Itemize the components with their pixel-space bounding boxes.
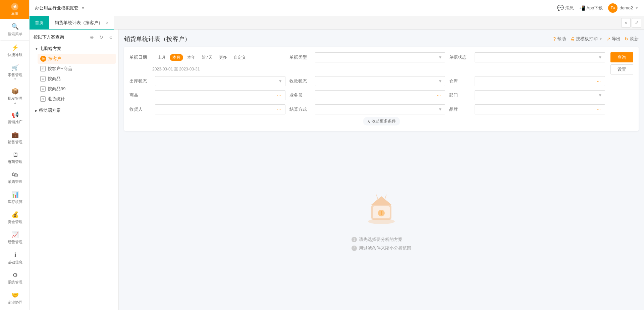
warehouse-dots-btn[interactable]: ··· bbox=[595, 79, 602, 84]
query-btn[interactable]: 查询 bbox=[610, 52, 633, 62]
tab-sales-stats-label: 销货单统计表（按客户） bbox=[55, 20, 103, 26]
tree-item-by-product[interactable]: 表 按商品 bbox=[38, 74, 116, 84]
refresh-scheme-btn[interactable]: ↻ bbox=[98, 34, 105, 41]
department-field: 部门 ▼ bbox=[449, 90, 605, 100]
sidebar-item-system[interactable]: ⚙ 系统管理 bbox=[0, 268, 29, 288]
warehouse-control[interactable]: ··· bbox=[475, 76, 605, 86]
close-all-icon: × bbox=[625, 20, 627, 25]
svg-text:!: ! bbox=[381, 210, 382, 216]
form-row-1: 单据日期 上月 本月 本年 近7天 更多 自定义 bbox=[129, 52, 605, 62]
tree-group-mobile-header[interactable]: ▶ 移动端方案 bbox=[32, 105, 116, 115]
collapse-up-icon: ∧ bbox=[367, 119, 370, 124]
sidebar-item-enterprise[interactable]: 🤝 企业协同 bbox=[0, 288, 29, 308]
consignee-control[interactable]: ··· bbox=[155, 104, 285, 114]
refresh-action[interactable]: ↻ 刷新 bbox=[625, 36, 639, 42]
by-product99-label: 按商品99 bbox=[48, 86, 65, 92]
tab-sales-stats[interactable]: 销货单统计表（按客户） × bbox=[49, 16, 114, 30]
sidebar-quicknav-label: 快捷导航 bbox=[8, 52, 22, 57]
salesperson-label: 业务员 bbox=[289, 92, 310, 98]
doc-type-control[interactable]: ▼ bbox=[315, 52, 445, 62]
sidebar-item-search[interactable]: 🔍 搜索菜单 bbox=[0, 19, 29, 41]
query-form: 单据日期 上月 本月 本年 近7天 更多 自定义 bbox=[124, 47, 639, 131]
by-product99-icon: 表 bbox=[40, 86, 46, 92]
dropdown-arrow[interactable]: ▼ bbox=[81, 6, 85, 10]
brand-dots-btn[interactable]: ··· bbox=[595, 107, 602, 112]
sidebar-item-inventory[interactable]: 📊 库存核算 bbox=[0, 188, 29, 208]
tab-home[interactable]: 首页 bbox=[30, 16, 49, 30]
tree-group-desktop-header[interactable]: ▼ 电脑端方案 bbox=[32, 44, 116, 54]
print-label: 按模板打印 bbox=[576, 36, 598, 42]
tab-close-all-btn[interactable]: × bbox=[621, 18, 631, 28]
collapse-row: ∧ 收起更多条件 bbox=[129, 117, 633, 125]
tree-item-customer-product[interactable]: 图 按客户+商品 bbox=[38, 64, 116, 74]
print-action[interactable]: 🖨 按模板打印 ▼ bbox=[570, 36, 602, 42]
refresh-icon: ↻ bbox=[99, 35, 103, 40]
consignee-dots-btn[interactable]: ··· bbox=[276, 107, 282, 112]
add-scheme-btn[interactable]: ⊕ bbox=[88, 34, 96, 41]
doc-status-dropdown-icon: ▼ bbox=[598, 55, 602, 60]
date-tab-last-month[interactable]: 上月 bbox=[155, 54, 168, 61]
sidebar-item-retail[interactable]: 🛒 零售管理 ▼ bbox=[0, 61, 29, 84]
basic-icon: ℹ bbox=[14, 251, 16, 259]
tree-item-by-product99[interactable]: 表 按商品99 bbox=[38, 84, 116, 94]
tab-expand-btn[interactable]: ⤢ bbox=[632, 18, 641, 28]
empty-illustration: ! bbox=[361, 190, 401, 230]
product-control[interactable]: ··· bbox=[155, 90, 285, 100]
product-dots-btn[interactable]: ··· bbox=[276, 93, 282, 98]
department-control[interactable]: ▼ bbox=[475, 90, 605, 100]
sidebar-item-finance[interactable]: 💰 资金管理 bbox=[0, 208, 29, 228]
form-row-2: 出库状态 ▼ 收款状态 ▼ bbox=[129, 76, 605, 86]
sidebar-ecommerce-label: 电商管理 bbox=[8, 159, 22, 164]
settlement-dropdown-icon: ▼ bbox=[438, 107, 442, 112]
payment-status-control[interactable]: ▼ bbox=[315, 76, 445, 86]
expand-icon: ⤢ bbox=[635, 20, 639, 25]
doc-status-control[interactable]: ▼ bbox=[475, 52, 605, 62]
salesperson-dots-btn[interactable]: ··· bbox=[436, 93, 442, 98]
panel-title: 按以下方案查询 bbox=[34, 34, 64, 40]
user-profile[interactable]: Ea demo2 ▼ bbox=[608, 3, 639, 13]
tree-children-desktop: 按 按客户 图 按客户+商品 表 按商品 表 按 bbox=[32, 54, 116, 104]
sidebar-retail-label: 零售管理 bbox=[8, 72, 22, 78]
sidebar-item-quicknav[interactable]: ⚡ 快捷导航 bbox=[0, 41, 29, 61]
date-tab-this-month[interactable]: 本月 bbox=[170, 54, 183, 61]
delivery-status-control[interactable]: ▼ bbox=[155, 76, 285, 86]
export-action[interactable]: ↗ 导出 bbox=[606, 36, 621, 42]
tree-item-return-stats[interactable]: 柱 退货统计 bbox=[38, 94, 116, 104]
app-title: 办公用品行业模拟账套 bbox=[35, 5, 78, 11]
refresh-label: 刷新 bbox=[630, 36, 639, 42]
sidebar-wholesale-label: 批发管理 bbox=[8, 96, 22, 101]
salesperson-control[interactable]: ··· bbox=[315, 90, 445, 100]
settlement-control[interactable]: ▼ bbox=[315, 104, 445, 114]
collapse-icon: « bbox=[109, 35, 112, 40]
settings-btn[interactable]: 设置 bbox=[610, 64, 633, 74]
sidebar-item-ecommerce[interactable]: 🖥 电商管理 bbox=[0, 148, 29, 168]
help-action[interactable]: ? 帮助 bbox=[553, 36, 566, 42]
sidebar-item-newbie[interactable]: 🎯 新手引导 bbox=[0, 308, 29, 310]
sidebar-item-sales[interactable]: 💼 销售管理 bbox=[0, 128, 29, 148]
date-tab-7days[interactable]: 近7天 bbox=[199, 54, 215, 61]
enterprise-icon: 🤝 bbox=[11, 292, 19, 299]
collapse-panel-btn[interactable]: « bbox=[107, 34, 114, 41]
sidebar-item-basic[interactable]: ℹ 基础信息 bbox=[0, 248, 29, 268]
brand-control[interactable]: ··· bbox=[475, 104, 605, 114]
date-tab-custom[interactable]: 自定义 bbox=[231, 54, 249, 61]
collapse-conditions-btn[interactable]: ∧ 收起更多条件 bbox=[363, 117, 400, 125]
sidebar-item-wholesale[interactable]: 📦 批发管理 ▲ bbox=[0, 84, 29, 108]
sidebar-item-purchase[interactable]: 🛍 采购管理 bbox=[0, 168, 29, 188]
sidebar-sales-label: 销售管理 bbox=[8, 140, 22, 145]
consignee-field: 收货人 ··· bbox=[129, 104, 285, 114]
date-tab-more[interactable]: 更多 bbox=[216, 54, 230, 61]
sidebar-item-operations[interactable]: 📈 经营管理 bbox=[0, 228, 29, 248]
doc-type-dropdown-icon: ▼ bbox=[438, 55, 442, 60]
operations-icon: 📈 bbox=[11, 231, 19, 239]
date-range-text: 2023-03-01 至 2023-03-31 bbox=[152, 67, 200, 71]
tab-close-btn[interactable]: × bbox=[106, 20, 108, 25]
app-download-action[interactable]: 📲 App下载 bbox=[579, 5, 603, 11]
date-tab-this-year[interactable]: 本年 bbox=[184, 54, 198, 61]
logo[interactable]: 畅 标服 bbox=[0, 0, 29, 19]
customer-product-icon: 图 bbox=[40, 66, 46, 71]
messages-action[interactable]: 💬 消息 bbox=[557, 5, 574, 11]
sidebar-item-marketing[interactable]: 📢 营销推广 bbox=[0, 108, 29, 128]
tree-item-by-customer[interactable]: 按 按客户 bbox=[38, 54, 116, 64]
brand-label: 品牌 bbox=[449, 106, 469, 112]
